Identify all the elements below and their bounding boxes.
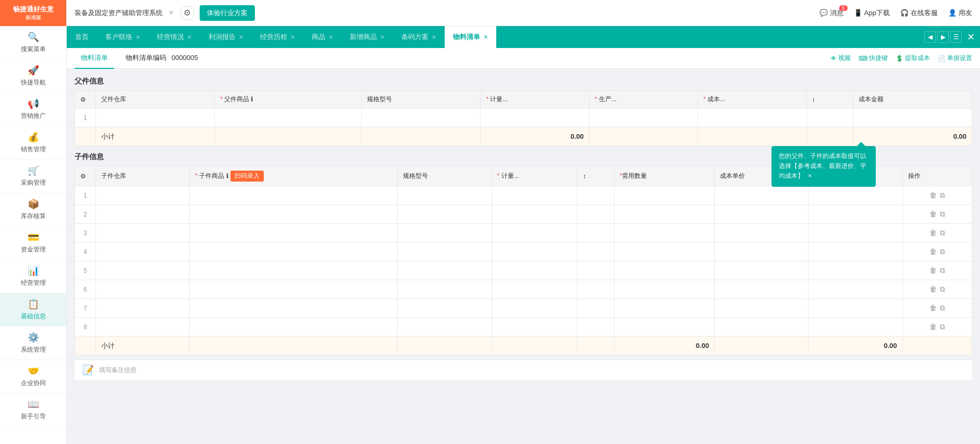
parent-cost-amount-1[interactable] [853,109,972,127]
parent-produce-1[interactable] [589,109,697,127]
child-qty-3[interactable] [614,224,714,243]
nav-tab-history[interactable]: 经营历程✕ [252,26,303,48]
tab-menu[interactable]: ☰ [950,31,962,43]
child-product-6[interactable] [190,280,398,299]
child-qty-4[interactable] [614,243,714,261]
copy-icon-5[interactable]: ⧉ [940,266,945,275]
child-unit-1[interactable] [492,186,578,205]
child-spec-3[interactable] [398,224,492,243]
trial-button[interactable]: 体验行业方案 [200,5,255,21]
child-warehouse-4[interactable] [96,243,190,261]
child-unit-cost-3[interactable] [715,224,808,243]
child-cost-amount-1[interactable] [808,186,902,205]
sidebar-item-finance[interactable]: 💳资金管理 [0,226,66,260]
nav-tab-close[interactable]: ✕ [483,34,488,41]
sidebar-item-quick-nav[interactable]: 🚀快捷导航 [0,59,66,93]
nav-tab-close[interactable]: ✕ [432,34,436,41]
copy-icon-1[interactable]: ⧉ [940,191,945,200]
sidebar-item-search[interactable]: 🔍搜索菜单 [0,26,66,59]
nav-tab-business[interactable]: 经营情况✕ [149,26,200,48]
sub-tab-bom-list[interactable]: 物料清单 [75,48,114,69]
child-cost-amount-3[interactable] [808,224,902,243]
sidebar-item-system[interactable]: ⚙️系统管理 [0,327,66,360]
online-service-button[interactable]: 🎧 在线客服 [900,8,938,18]
child-spec-4[interactable] [398,243,492,261]
child-warehouse-7[interactable] [96,299,190,318]
child-spec-2[interactable] [398,205,492,224]
child-qty-8[interactable] [614,318,714,337]
action-cost[interactable]: 💲提取成本 [896,54,930,63]
child-product-4[interactable] [190,243,398,261]
child-warehouse-8[interactable] [96,318,190,337]
settings-button[interactable]: ⚙ [180,6,194,20]
child-spec-6[interactable] [398,280,492,299]
nav-tab-new-product[interactable]: 新增商品✕ [341,26,393,48]
child-qty-7[interactable] [614,299,714,318]
delete-icon-8[interactable]: 🗑 [929,322,937,331]
nav-tab-close[interactable]: ✕ [239,34,243,41]
child-qty-1[interactable] [614,186,714,205]
sidebar-item-basic-info[interactable]: 📋基础信息 [0,293,66,327]
child-product-5[interactable] [190,261,398,280]
child-unit-cost-4[interactable] [715,243,808,261]
child-product-1[interactable] [190,186,398,205]
child-product-3[interactable] [190,224,398,243]
child-warehouse-1[interactable] [96,186,190,205]
child-unit-3[interactable] [492,224,578,243]
nav-tab-customer[interactable]: 客户联络✕ [97,26,149,48]
nav-tab-bom[interactable]: 物料清单✕ [445,26,496,48]
child-qty-2[interactable] [614,205,714,224]
child-spec-7[interactable] [398,299,492,318]
child-warehouse-2[interactable] [96,205,190,224]
child-unit-8[interactable] [492,318,578,337]
child-unit-cost-7[interactable] [715,299,808,318]
delete-icon-7[interactable]: 🗑 [929,304,937,313]
sidebar-item-inventory[interactable]: 📦库存核算 [0,193,66,226]
child-cost-amount-5[interactable] [808,261,902,280]
copy-icon-7[interactable]: ⧉ [940,304,945,313]
sidebar-item-guide[interactable]: 📖新手引导 [0,393,66,427]
child-cost-amount-4[interactable] [808,243,902,261]
copy-icon-8[interactable]: ⧉ [940,322,945,331]
sidebar-item-purchase[interactable]: 🛒采购管理 [0,160,66,193]
message-button[interactable]: 💬 消息 6 [819,8,843,18]
sidebar-item-marketing[interactable]: 📢营销推广 [0,93,66,126]
parent-warehouse-1[interactable] [96,109,215,127]
child-spec-1[interactable] [398,186,492,205]
delete-icon-2[interactable]: 🗑 [929,210,937,219]
copy-icon-4[interactable]: ⧉ [940,247,945,256]
child-cost-amount-2[interactable] [808,205,902,224]
delete-icon-4[interactable]: 🗑 [929,247,937,256]
sidebar-item-enterprise[interactable]: 🤝企业协同 [0,360,66,393]
child-unit-7[interactable] [492,299,578,318]
child-unit-cost-1[interactable] [715,186,808,205]
child-product-8[interactable] [190,318,398,337]
nav-tab-close[interactable]: ✕ [328,34,333,41]
sidebar-item-operations[interactable]: 📊经营管理 [0,260,66,293]
parent-unit-1[interactable] [481,109,589,127]
child-unit-cost-2[interactable] [715,205,808,224]
child-unit-6[interactable] [492,280,578,299]
copy-icon-3[interactable]: ⧉ [940,229,945,237]
delete-icon-6[interactable]: 🗑 [929,285,937,294]
delete-icon-1[interactable]: 🗑 [929,191,937,200]
nav-tab-home[interactable]: 首页 [67,26,97,48]
child-cost-amount-6[interactable] [808,280,902,299]
scan-button[interactable]: 扫码录入 [230,171,264,182]
child-unit-cost-5[interactable] [715,261,808,280]
child-product-7[interactable] [190,299,398,318]
nav-tab-barcode[interactable]: 条码方案✕ [393,26,445,48]
action-shortcut[interactable]: ⌨快捷键 [859,54,888,63]
child-product-2[interactable] [190,205,398,224]
child-warehouse-3[interactable] [96,224,190,243]
tab-next[interactable]: ▶ [937,31,949,43]
nav-tab-close[interactable]: ✕ [290,34,295,41]
child-unit-cost-8[interactable] [715,318,808,337]
user-menu[interactable]: 👤 用友 [948,8,972,18]
child-qty-5[interactable] [614,261,714,280]
close-tab-button[interactable]: ✕ [962,31,980,43]
nav-tab-products[interactable]: 商品✕ [303,26,341,48]
child-warehouse-6[interactable] [96,280,190,299]
child-spec-5[interactable] [398,261,492,280]
nav-tab-profit[interactable]: 利润报告✕ [200,26,252,48]
